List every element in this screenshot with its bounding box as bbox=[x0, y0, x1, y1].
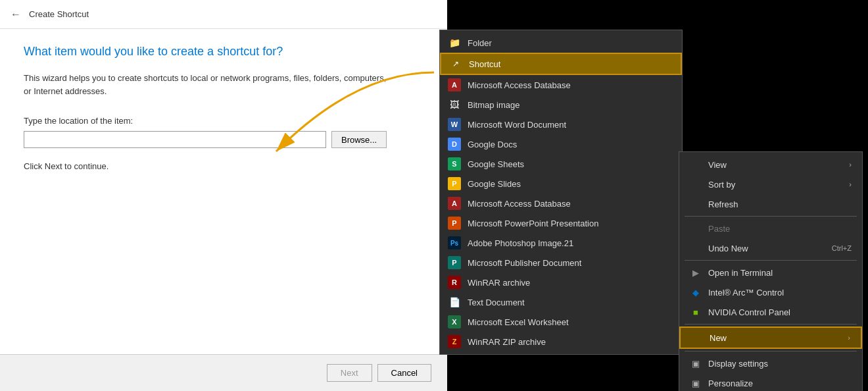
pub-icon: P bbox=[448, 256, 461, 269]
sort-arrow: › bbox=[849, 180, 852, 188]
ctx-label-new: New bbox=[710, 333, 727, 343]
cancel-button[interactable]: Cancel bbox=[377, 364, 431, 382]
ctx-item-personalize[interactable]: ▣ Personalize bbox=[679, 373, 862, 391]
ctx-item-new[interactable]: New › bbox=[679, 326, 862, 349]
browse-button[interactable]: Browse... bbox=[331, 131, 387, 148]
sort-icon bbox=[690, 178, 702, 190]
dialog-content: What item would you like to create a sho… bbox=[0, 29, 447, 354]
paste-icon bbox=[690, 222, 702, 234]
menu-item-winrar-zip[interactable]: Z WinRAR ZIP archive bbox=[440, 332, 682, 352]
location-label: Type the location of the item: bbox=[24, 116, 423, 126]
view-icon bbox=[690, 159, 702, 170]
view-arrow: › bbox=[849, 161, 852, 169]
menu-item-ms-excel[interactable]: X Microsoft Excel Worksheet bbox=[440, 312, 682, 332]
intel-icon: ◆ bbox=[690, 286, 702, 298]
winzip-icon: Z bbox=[448, 335, 461, 348]
menu-label-adobe-ps: Adobe Photoshop Image.21 bbox=[468, 238, 573, 248]
back-button[interactable]: ← bbox=[11, 9, 21, 20]
menu-item-google-slides[interactable]: P Google Slides bbox=[440, 174, 682, 194]
menu-item-folder[interactable]: 📁 Folder bbox=[440, 33, 682, 53]
text-icon: 📄 bbox=[448, 296, 461, 309]
menu-item-text-doc[interactable]: 📄 Text Document bbox=[440, 292, 682, 312]
ctx-item-refresh[interactable]: Refresh bbox=[679, 194, 862, 214]
gslides-icon: P bbox=[448, 177, 461, 190]
menu-item-ms-access2[interactable]: A Microsoft Access Database bbox=[440, 194, 682, 213]
ctx-label-refresh: Refresh bbox=[708, 199, 738, 209]
ctx-label-paste: Paste bbox=[708, 224, 730, 234]
ctx-label-terminal: Open in Terminal bbox=[708, 268, 773, 278]
new-submenu: 📁 Folder ↗ Shortcut A Microsoft Access D… bbox=[439, 30, 683, 355]
menu-item-ms-word[interactable]: W Microsoft Word Document bbox=[440, 115, 682, 134]
menu-item-google-sheets[interactable]: S Google Sheets bbox=[440, 154, 682, 174]
ctx-divider-1 bbox=[685, 216, 857, 217]
menu-label-bitmap: Bitmap image bbox=[468, 100, 519, 110]
access-icon: A bbox=[448, 78, 461, 91]
menu-item-ms-pub[interactable]: P Microsoft Publisher Document bbox=[440, 253, 682, 273]
ctx-item-intel-arc[interactable]: ◆ Intel® Arc™ Control bbox=[679, 282, 862, 302]
bitmap-icon: 🖼 bbox=[448, 98, 461, 111]
menu-label-ms-access: Microsoft Access Database bbox=[468, 80, 571, 90]
ctx-divider-4 bbox=[685, 351, 857, 352]
dialog-heading: What item would you like to create a sho… bbox=[24, 45, 423, 59]
folder-icon: 📁 bbox=[448, 36, 461, 49]
create-shortcut-dialog: ← Create Shortcut What item would you li… bbox=[0, 0, 447, 391]
ppt-icon: P bbox=[448, 217, 461, 230]
ctx-label-nvidia: NVIDIA Control Panel bbox=[708, 307, 790, 317]
ctx-divider-3 bbox=[685, 324, 857, 325]
undo-shortcut: Ctrl+Z bbox=[832, 244, 852, 252]
ctx-item-terminal[interactable]: ▶ Open in Terminal bbox=[679, 263, 862, 282]
ctx-label-undo-new: Undo New bbox=[708, 244, 748, 253]
word-icon: W bbox=[448, 118, 461, 131]
next-button[interactable]: Next bbox=[327, 364, 372, 382]
menu-label-ms-access2: Microsoft Access Database bbox=[468, 199, 571, 209]
ctx-label-display-settings: Display settings bbox=[708, 359, 768, 369]
dialog-footer: Next Cancel bbox=[0, 354, 447, 391]
ctx-item-nvidia[interactable]: ■ NVIDIA Control Panel bbox=[679, 302, 862, 322]
undo-icon bbox=[690, 242, 702, 254]
menu-label-ms-ppt: Microsoft PowerPoint Presentation bbox=[468, 219, 598, 228]
ctx-label-intel-arc: Intel® Arc™ Control bbox=[708, 288, 784, 298]
nvidia-icon: ■ bbox=[690, 306, 702, 318]
ctx-label-view: View bbox=[708, 160, 727, 170]
menu-item-shortcut[interactable]: ↗ Shortcut bbox=[440, 53, 682, 75]
menu-label-folder: Folder bbox=[468, 38, 492, 48]
input-row: Browse... bbox=[24, 131, 423, 148]
gsheets-icon: S bbox=[448, 157, 461, 170]
menu-item-winrar[interactable]: R WinRAR archive bbox=[440, 273, 682, 292]
excel-icon: X bbox=[448, 315, 461, 328]
personalize-icon: ▣ bbox=[690, 377, 702, 389]
menu-label-google-docs: Google Docs bbox=[468, 140, 517, 149]
ctx-item-view[interactable]: View › bbox=[679, 155, 862, 174]
ctx-label-sort-by: Sort by bbox=[708, 180, 735, 190]
ctx-divider-2 bbox=[685, 260, 857, 261]
menu-label-winrar-zip: WinRAR ZIP archive bbox=[468, 337, 546, 347]
menu-label-winrar: WinRAR archive bbox=[468, 278, 530, 288]
terminal-icon: ▶ bbox=[690, 267, 702, 278]
gdocs-icon: D bbox=[448, 138, 461, 151]
dialog-hint: Click Next to continue. bbox=[24, 161, 423, 171]
ctx-item-sort-by[interactable]: Sort by › bbox=[679, 174, 862, 194]
new-icon bbox=[691, 332, 703, 344]
dialog-title: Create Shortcut bbox=[29, 9, 89, 19]
menu-item-bitmap[interactable]: 🖼 Bitmap image bbox=[440, 95, 682, 115]
access2-icon: A bbox=[448, 197, 461, 210]
menu-label-text-doc: Text Document bbox=[468, 298, 525, 307]
menu-item-adobe-ps[interactable]: Ps Adobe Photoshop Image.21 bbox=[440, 233, 682, 253]
location-input[interactable] bbox=[24, 131, 326, 148]
display-icon: ▣ bbox=[690, 357, 702, 369]
context-menu: View › Sort by › Refresh Paste Undo New … bbox=[679, 151, 863, 391]
menu-label-ms-word: Microsoft Word Document bbox=[468, 120, 566, 130]
ctx-item-paste: Paste bbox=[679, 219, 862, 238]
menu-item-ms-access[interactable]: A Microsoft Access Database bbox=[440, 75, 682, 95]
menu-label-ms-excel: Microsoft Excel Worksheet bbox=[468, 317, 569, 327]
menu-item-google-docs[interactable]: D Google Docs bbox=[440, 134, 682, 154]
refresh-icon bbox=[690, 198, 702, 210]
menu-label-shortcut: Shortcut bbox=[469, 59, 500, 69]
ctx-item-undo-new[interactable]: Undo New Ctrl+Z bbox=[679, 238, 862, 258]
ctx-label-personalize: Personalize bbox=[708, 378, 753, 388]
winrar-icon: R bbox=[448, 276, 461, 289]
menu-label-google-slides: Google Slides bbox=[468, 179, 521, 189]
menu-item-ms-ppt[interactable]: P Microsoft PowerPoint Presentation bbox=[440, 213, 682, 233]
ctx-item-display-settings[interactable]: ▣ Display settings bbox=[679, 353, 862, 373]
dialog-description: This wizard helps you to create shortcut… bbox=[24, 72, 392, 97]
